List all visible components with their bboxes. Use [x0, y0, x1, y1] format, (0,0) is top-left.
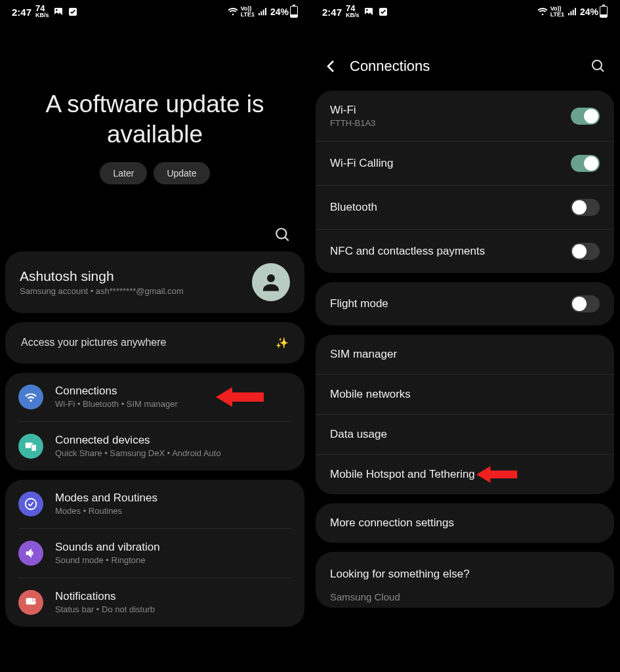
account-sub: Samsung account • ash********@gmail.com — [20, 286, 184, 296]
data-usage-row[interactable]: Data usage — [316, 414, 614, 454]
status-kbps: 74KB/s — [346, 5, 360, 18]
svg-point-8 — [26, 498, 37, 509]
image-icon — [53, 7, 64, 17]
looking-for-title: Looking for something else? — [330, 568, 600, 581]
sound-icon — [18, 541, 43, 566]
row-sub: Quick Share • Samsung DeX • Android Auto — [55, 448, 221, 458]
promo-text: Access your pictures anywhere — [21, 337, 166, 348]
connections-group-1: Wi-FiFTTH-B1A3 Wi-Fi Calling Bluetooth N… — [316, 91, 614, 273]
row-title: Connected devices — [55, 434, 221, 447]
battery-indicator: 24% — [580, 6, 608, 18]
connections-group-3: SIM manager Mobile networks Data usage M… — [316, 335, 614, 494]
status-kbps: 74KB/s — [35, 5, 49, 18]
svg-point-5 — [267, 274, 275, 282]
image-icon — [363, 7, 374, 17]
mobile-hotspot-row[interactable]: Mobile Hotspot and Tethering — [316, 454, 614, 494]
volte-icon: Vo))LTE1 — [241, 6, 255, 18]
more-connection-settings-row[interactable]: More connection settings — [316, 503, 614, 543]
sparkle-icon: ✨ — [276, 337, 289, 349]
sim-manager-row[interactable]: SIM manager — [316, 335, 614, 374]
connected-devices-row[interactable]: Connected devices Quick Share • Samsung … — [18, 421, 291, 471]
row-title: Connections — [55, 385, 178, 398]
check-icon — [378, 7, 388, 17]
avatar[interactable] — [252, 263, 290, 301]
modes-icon — [18, 492, 43, 516]
notifications-row[interactable]: Notifications Status bar • Do not distur… — [18, 578, 291, 627]
signal-icon — [567, 7, 577, 17]
samsung-cloud-link[interactable]: Samsung Cloud — [330, 591, 600, 602]
flight-mode-toggle[interactable] — [571, 295, 600, 312]
volte-icon: Vo))LTE1 — [550, 6, 564, 18]
row-sub: Wi-Fi • Bluetooth • SIM manager — [55, 399, 178, 409]
looking-for-card: Looking for something else? Samsung Clou… — [316, 552, 614, 608]
later-button[interactable]: Later — [100, 162, 147, 184]
settings-group-1: Connections Wi-Fi • Bluetooth • SIM mana… — [5, 373, 304, 471]
signal-icon — [257, 7, 268, 17]
sounds-row[interactable]: Sounds and vibration Sound mode • Ringto… — [18, 528, 291, 578]
nfc-row[interactable]: NFC and contactless payments — [316, 229, 614, 273]
modes-row[interactable]: Modes and Routines Modes • Routines — [5, 480, 304, 528]
nfc-toggle[interactable] — [571, 243, 600, 260]
notifications-icon — [18, 590, 43, 615]
wifi-row[interactable]: Wi-FiFTTH-B1A3 — [316, 91, 614, 141]
status-bar: 2:47 74KB/s Vo))LTE1 24% — [0, 0, 310, 24]
devices-icon — [18, 434, 43, 459]
wifi-icon — [537, 7, 548, 17]
svg-rect-7 — [31, 444, 36, 451]
row-title: Sounds and vibration — [55, 541, 160, 554]
account-name: Ashutosh singh — [20, 268, 184, 284]
connections-group-4: More connection settings — [316, 503, 614, 543]
battery-indicator: 24% — [270, 6, 298, 18]
account-card[interactable]: Ashutosh singh Samsung account • ash****… — [5, 251, 304, 313]
settings-screen: 2:47 74KB/s Vo))LTE1 24% A software upda… — [0, 0, 310, 672]
wifi-toggle[interactable] — [571, 108, 600, 125]
red-arrow-annotation — [213, 384, 265, 410]
page-title: Connections — [350, 58, 580, 75]
row-title: Modes and Routines — [55, 492, 157, 505]
page-header: Connections — [310, 24, 619, 91]
red-arrow-annotation — [473, 463, 519, 486]
search-icon[interactable] — [590, 58, 606, 74]
settings-group-2: Modes and Routines Modes • Routines Soun… — [5, 480, 304, 627]
connections-row[interactable]: Connections Wi-Fi • Bluetooth • SIM mana… — [5, 373, 304, 421]
status-time: 2:47 — [322, 7, 342, 18]
promo-card[interactable]: Access your pictures anywhere ✨ — [5, 322, 304, 364]
svg-point-14 — [592, 60, 602, 70]
mobile-networks-row[interactable]: Mobile networks — [316, 374, 614, 414]
update-hero: A software update is available Later Upd… — [0, 24, 310, 194]
row-sub: Status bar • Do not disturb — [55, 604, 155, 614]
row-sub: Sound mode • Ringtone — [55, 555, 160, 565]
wifi-icon — [18, 385, 43, 410]
person-icon — [259, 270, 283, 294]
wifi-icon — [228, 7, 238, 17]
check-icon — [68, 7, 78, 17]
row-sub: Modes • Routines — [55, 506, 157, 516]
search-icon[interactable] — [274, 226, 291, 243]
svg-point-1 — [56, 9, 58, 11]
svg-point-12 — [366, 9, 368, 11]
flight-mode-row[interactable]: Flight mode — [316, 282, 614, 326]
bluetooth-toggle[interactable] — [571, 199, 600, 216]
update-button[interactable]: Update — [154, 162, 209, 184]
svg-line-4 — [285, 237, 288, 240]
wifi-calling-toggle[interactable] — [571, 155, 600, 172]
bluetooth-row[interactable]: Bluetooth — [316, 185, 614, 229]
connections-screen: 2:47 74KB/s Vo))LTE1 24% Connections Wi-… — [310, 0, 619, 672]
back-icon[interactable] — [323, 58, 339, 74]
svg-point-3 — [276, 228, 286, 238]
connections-group-2: Flight mode — [316, 282, 614, 326]
row-title: Notifications — [55, 590, 155, 603]
update-title: A software update is available — [16, 89, 294, 150]
svg-line-15 — [600, 68, 604, 72]
status-bar: 2:47 74KB/s Vo))LTE1 24% — [310, 0, 619, 24]
wifi-calling-row[interactable]: Wi-Fi Calling — [316, 141, 614, 185]
svg-point-10 — [33, 598, 36, 601]
status-time: 2:47 — [12, 7, 31, 18]
